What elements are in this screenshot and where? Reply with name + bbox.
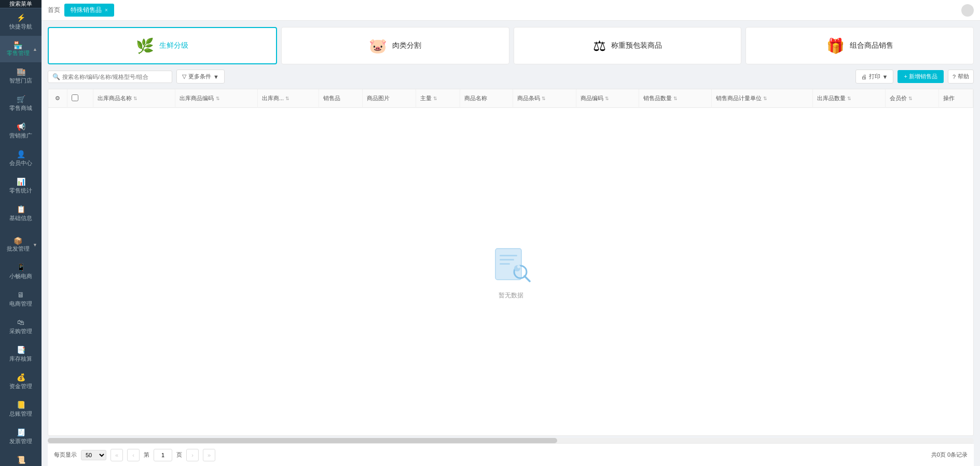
col-checkbox[interactable]	[67, 89, 93, 108]
retail-mgmt-arrow: ▲	[33, 47, 37, 52]
sidebar: 搜索菜单 ⚡ 快捷导航 🏪 零售管理 ▲ 🏬 智慧门店 🛒 零售商城 📢 营销推…	[0, 0, 42, 466]
search-input[interactable]	[62, 74, 168, 80]
sidebar-logo-text: 搜索菜单	[9, 0, 32, 8]
sidebar-item-sales-promo[interactable]: 📢 营销推广	[0, 117, 42, 145]
sidebar-label-retail-mgmt: 零售管理	[7, 49, 30, 57]
horizontal-scrollbar[interactable]	[48, 438, 974, 443]
sidebar-item-basic-info[interactable]: 📋 基础信息	[0, 200, 42, 227]
col-product-name[interactable]: 商品名称	[460, 89, 513, 108]
search-icon: 🔍	[52, 73, 60, 80]
tab-card-combo-sales[interactable]: 🎁 组合商品销售	[746, 27, 974, 64]
print-button[interactable]: 🖨 打印 ▼	[855, 70, 894, 84]
basic-info-icon: 📋	[17, 205, 25, 213]
prev-page-button[interactable]: ‹	[127, 449, 140, 461]
page-number-input[interactable]	[154, 449, 172, 461]
sidebar-label-purchase: 采购管理	[9, 327, 32, 335]
member-center-icon: 👤	[17, 150, 25, 158]
filter-arrow-icon: ▼	[213, 74, 219, 80]
sidebar-item-general-ledger[interactable]: 📒 总账管理	[0, 395, 42, 423]
sort-main-weight-icon: ⇅	[433, 96, 437, 101]
select-all-checkbox[interactable]	[72, 94, 78, 101]
tab-card-fresh-grade[interactable]: 🌿 生鲜分级	[48, 27, 277, 64]
col-outlet-code[interactable]: 出库商品编码 ⇅	[175, 89, 257, 108]
new-item-button[interactable]: + 新增销售品	[898, 70, 943, 83]
sidebar-item-retail-mgmt[interactable]: 🏪 零售管理 ▲	[0, 36, 42, 62]
finance-icon: 💰	[17, 373, 25, 381]
weight-prepack-icon: ⚖	[593, 37, 606, 54]
sidebar-item-ecommerce[interactable]: 🖥 电商管理	[0, 285, 42, 313]
page-suffix: 页	[176, 451, 182, 459]
col-sales-item[interactable]: 销售品	[319, 89, 363, 108]
col-product-image[interactable]: 商品图片	[363, 89, 416, 108]
sidebar-item-mini-app[interactable]: 📱 小畅电商	[0, 258, 42, 285]
sort-outlet-qty-icon: ⇅	[847, 96, 851, 101]
col-main-weight[interactable]: 主量 ⇅	[416, 89, 460, 108]
sort-outlet-code-icon: ⇅	[216, 96, 220, 101]
new-item-label: + 新增销售品	[904, 73, 937, 80]
sidebar-item-member-center[interactable]: 👤 会员中心	[0, 145, 42, 172]
last-page-button[interactable]: »	[203, 449, 215, 461]
sidebar-label-mini-app: 小畅电商	[9, 272, 32, 280]
col-outlet-spec[interactable]: 出库商... ⇅	[257, 89, 319, 108]
col-outlet-name[interactable]: 出库商品名称 ⇅	[93, 89, 175, 108]
sort-barcode-icon: ⇅	[542, 96, 546, 101]
purchase-icon: 🛍	[17, 318, 24, 326]
sidebar-label-retail-stats: 零售统计	[9, 187, 32, 195]
sidebar-item-retail-stats[interactable]: 📊 零售统计	[0, 172, 42, 200]
empty-text: 暂无数据	[499, 291, 523, 300]
wholesale-mgmt-icon: 📦	[13, 237, 22, 245]
filter-button[interactable]: ▽ 更多条件 ▼	[176, 70, 225, 84]
print-icon: 🖨	[861, 74, 867, 80]
sidebar-item-wholesale-mgmt[interactable]: 📦 批发管理 ▼	[0, 231, 42, 258]
col-product-code[interactable]: 商品编码 ⇅	[576, 89, 639, 108]
col-member-price[interactable]: 会员价 ⇅	[886, 89, 939, 108]
sidebar-item-finance[interactable]: 💰 资金管理	[0, 368, 42, 395]
topbar: 首页 特殊销售品 ×	[42, 0, 980, 21]
col-settings[interactable]: ⚙	[48, 89, 67, 108]
col-sales-qty[interactable]: 销售品数量 ⇅	[639, 89, 712, 108]
svg-point-7	[517, 265, 520, 268]
settings-icon: ⚙	[55, 95, 60, 101]
sidebar-label-member-center: 会员中心	[9, 159, 32, 167]
col-outlet-qty[interactable]: 出库品数量 ⇅	[813, 89, 886, 108]
next-page-button[interactable]: ›	[186, 449, 199, 461]
first-page-button[interactable]: «	[111, 449, 123, 461]
pagination: 每页显示 50 10 20 100 « ‹ 第 页 › » 共0页 0条记录	[48, 443, 974, 466]
sidebar-item-inventory[interactable]: 📑 库存核算	[0, 340, 42, 368]
retail-mall-icon: 🛒	[17, 95, 25, 103]
sidebar-item-purchase[interactable]: 🛍 采购管理	[0, 313, 42, 340]
col-sales-unit[interactable]: 销售商品计量单位 ⇅	[711, 89, 813, 108]
wholesale-mgmt-arrow: ▼	[33, 242, 37, 248]
svg-rect-1	[500, 255, 517, 256]
sales-promo-icon: 📢	[17, 122, 25, 131]
tab-card-meat-cut[interactable]: 🐷 肉类分割	[281, 27, 509, 64]
per-page-select[interactable]: 50 10 20 100	[81, 450, 106, 460]
topbar-home-link[interactable]: 首页	[48, 6, 60, 15]
topbar-tab-close[interactable]: ×	[105, 7, 108, 13]
help-button[interactable]: ? 帮助	[948, 70, 974, 84]
scroll-thumb[interactable]	[48, 438, 557, 443]
smart-store-icon: 🏬	[17, 67, 25, 76]
sidebar-item-smart-store[interactable]: 🏬 智慧门店	[0, 62, 42, 90]
next-page-icon: ›	[191, 452, 194, 458]
main-content: 首页 特殊销售品 × 🌿 生鲜分级 🐷 肉类分割 ⚖ 称重预包装商品	[42, 0, 980, 466]
sidebar-label-wholesale-mgmt: 批发管理	[7, 245, 30, 253]
tab-card-weight-prepack[interactable]: ⚖ 称重预包装商品	[514, 27, 742, 64]
sidebar-item-quick-nav[interactable]: ⚡ 快捷导航	[0, 8, 42, 36]
sidebar-item-tax[interactable]: 📜 税务管理	[0, 450, 42, 466]
topbar-user-avatar[interactable]	[961, 4, 974, 17]
print-arrow-icon: ▼	[882, 74, 888, 80]
print-label: 打印	[869, 73, 880, 80]
col-barcode[interactable]: 商品条码 ⇅	[513, 89, 576, 108]
svg-line-5	[524, 276, 530, 281]
sidebar-label-general-ledger: 总账管理	[9, 410, 32, 418]
first-page-icon: «	[115, 452, 118, 458]
invoice-icon: 🧾	[17, 428, 25, 436]
topbar-active-tab[interactable]: 特殊销售品 ×	[64, 4, 114, 17]
svg-rect-3	[500, 263, 510, 265]
search-box[interactable]: 🔍	[48, 71, 172, 83]
sidebar-item-invoice[interactable]: 🧾 发票管理	[0, 423, 42, 450]
sort-outlet-name-icon: ⇅	[133, 96, 137, 101]
sidebar-item-retail-mall[interactable]: 🛒 零售商城	[0, 90, 42, 117]
sidebar-search[interactable]: 搜索菜单	[0, 0, 42, 8]
